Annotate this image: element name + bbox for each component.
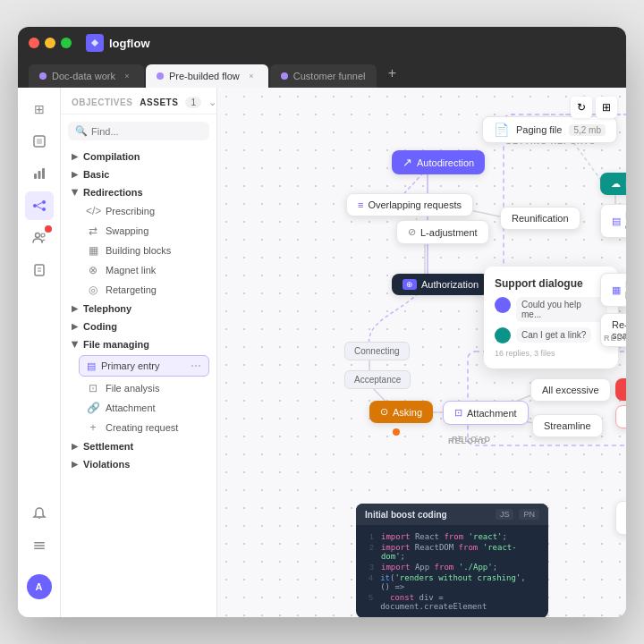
analysis-file-node[interactable]: ƒ Analysis file 25,7 (615, 501, 626, 535)
sidebar-item-chart[interactable] (25, 159, 54, 188)
asset-item-swapping[interactable]: ⇄ Swapping ⋮⋮ (61, 221, 216, 241)
tab-close-icon[interactable]: × (245, 70, 258, 82)
asset-label: Creating request (106, 422, 178, 433)
sidebar-item-settings[interactable] (25, 531, 54, 560)
section-coding[interactable]: ▶ Coding (61, 318, 216, 335)
refresh-button[interactable]: ↻ (571, 97, 592, 118)
tab-doc-data-work[interactable]: Doc-data work × (29, 64, 144, 88)
node-label: Attachment (467, 408, 517, 419)
code-icon: </> (86, 205, 100, 217)
blocks-icon: ▦ (612, 284, 621, 296)
section-label: Violations (83, 459, 130, 470)
node-building-blocks[interactable]: ▦ Building blocks (600, 273, 626, 307)
tab-label: Doc-data work (52, 71, 115, 81)
code-body: 1 import React from 'react'; 2 import Re… (356, 525, 548, 617)
minimize-button[interactable] (45, 38, 55, 48)
node-label: Overlapping requests (368, 199, 462, 210)
section-settlement[interactable]: ▶ Settlement (61, 437, 216, 455)
user-avatar[interactable]: A (27, 574, 52, 599)
panel-tab-objectives[interactable]: OBJECTIVES (72, 97, 132, 107)
node-connecting[interactable]: Connecting (344, 342, 410, 360)
sidebar-item-layers[interactable] (25, 127, 54, 156)
section-violations[interactable]: ▶ Violations (61, 455, 216, 473)
node-authorization[interactable]: ⊕ Authorization (392, 274, 489, 295)
code-title: Initial boost coding (365, 510, 490, 520)
section-redirections[interactable]: ▶ Redirections (61, 183, 216, 201)
asset-item-magnet-link[interactable]: ⊗ Magnet link ⋮⋮ (61, 260, 216, 280)
node-label: All excessive (542, 385, 599, 395)
search-input[interactable] (91, 126, 215, 137)
support-dialogue-popup[interactable]: Support dialogue Could you help me... Ca… (484, 267, 618, 369)
code-block[interactable]: Initial boost coding JS PN 1 import Reac… (356, 504, 548, 617)
node-acceptance[interactable]: Acceptance (344, 370, 411, 389)
chevron-right-icon: ▶ (72, 322, 78, 331)
node-overlapping[interactable]: ≡ Overlapping requests (346, 193, 473, 216)
asset-item-primary-entry[interactable]: ▤ Primary entry ⋯ (79, 355, 209, 377)
svg-point-8 (42, 208, 46, 211)
tab-customer-funnel[interactable]: Customer funnel (270, 64, 377, 88)
node-reunification[interactable]: Reunification (500, 207, 580, 230)
node-request[interactable]: ☁ Request (600, 173, 626, 195)
tabs-bar: Doc-data work × Pre-builded flow × Custo… (18, 59, 626, 88)
attach-icon: ⊡ (454, 407, 462, 419)
node-attachment[interactable]: ⊡ Attachment (443, 401, 529, 425)
node-label: L-adjustment (420, 227, 478, 238)
node-autodirection[interactable]: ↗ Autodirection (392, 150, 485, 174)
tab-pre-builded-flow[interactable]: Pre-builded flow × (146, 64, 268, 88)
node-streamline[interactable]: Streamline (532, 414, 603, 437)
node-asking[interactable]: ⊙ Asking (369, 401, 433, 423)
node-l-adjustment[interactable]: ⊘ L-adjustment (396, 220, 489, 244)
panel-tab-assets[interactable]: ASSETS (140, 97, 178, 107)
code-line-4: 4 it('renders without crashing', () => (365, 573, 539, 591)
svg-point-6 (33, 204, 37, 208)
node-error[interactable]: ⚠ Error (615, 378, 626, 401)
section-label: File managing (83, 339, 149, 350)
panel-chevron-icon[interactable]: ⌄ (208, 97, 216, 108)
asset-item-prescribing[interactable]: </> Prescribing ⋮⋮ (61, 201, 216, 221)
section-telephony[interactable]: ▶ Telephony (61, 300, 216, 318)
node-label: Primary entry (625, 210, 626, 232)
section-compilation[interactable]: ▶ Compilation (61, 148, 216, 165)
asset-label: Building blocks (106, 245, 171, 256)
asset-item-creating-request[interactable]: + Creating request ⋮⋮ (61, 418, 216, 437)
sidebar-item-bell[interactable] (25, 499, 54, 528)
tab-close-icon[interactable]: × (121, 70, 133, 82)
section-basic[interactable]: ▶ Basic (61, 165, 216, 183)
node-all-excessive[interactable]: All excessive (530, 378, 611, 402)
sidebar-item-docs[interactable] (25, 256, 54, 284)
asset-item-building-blocks[interactable]: ▦ Building blocks ⋮⋮ (61, 241, 216, 260)
code-badge-js: JS (496, 509, 514, 520)
sidebar-item-grid[interactable]: ⊞ (25, 95, 54, 123)
code-badge-pn: PN (519, 509, 539, 520)
maximize-button[interactable] (61, 38, 72, 48)
tab-label: Pre-builded flow (169, 71, 240, 81)
section-file-managing[interactable]: ▶ File managing (61, 335, 216, 353)
section-label: Settlement (83, 441, 133, 452)
paging-file-node[interactable]: 📄 Paging file 5,2 mb (482, 116, 617, 143)
close-button[interactable] (29, 38, 39, 48)
canvas-toolbar: ↻ ⊞ (571, 97, 617, 118)
asset-item-retargeting[interactable]: ◎ Retargeting ⋮⋮ (61, 280, 216, 300)
asset-label: Magnet link (106, 265, 156, 275)
asset-label: File analysis (106, 383, 160, 394)
title-bar: logflow (18, 27, 626, 59)
more-icon[interactable]: ⋯ (191, 360, 201, 372)
attachment-icon: 🔗 (86, 402, 100, 414)
tab-add-button[interactable]: + (382, 63, 403, 84)
zoom-button[interactable]: ⊞ (596, 97, 617, 118)
paging-file-size: 5,2 mb (569, 124, 606, 136)
node-correcting[interactable]: Correcting (615, 405, 626, 428)
asset-item-attachment[interactable]: 🔗 Attachment ⋮⋮ (61, 398, 216, 418)
sidebar-item-flow[interactable] (25, 191, 54, 220)
node-primary-entry-right[interactable]: ▤ Primary entry (600, 204, 626, 238)
search-bar: 🔍 ◧ ⊞ (68, 122, 209, 140)
node-label: Asking (393, 407, 422, 418)
user-avatar-1 (495, 297, 511, 313)
canvas-area[interactable]: GETTING REPORTS RELOAD REDIRECTING 📄 Pag… (217, 88, 626, 617)
svg-point-37 (393, 428, 400, 436)
asset-item-file-analysis[interactable]: ⊡ File analysis ⋮⋮ (61, 378, 216, 398)
asset-label: Prescribing (106, 206, 155, 216)
icon-sidebar: ⊞ A (18, 88, 61, 617)
sidebar-item-users[interactable] (25, 224, 54, 252)
chevron-down-icon: ▶ (71, 342, 80, 348)
